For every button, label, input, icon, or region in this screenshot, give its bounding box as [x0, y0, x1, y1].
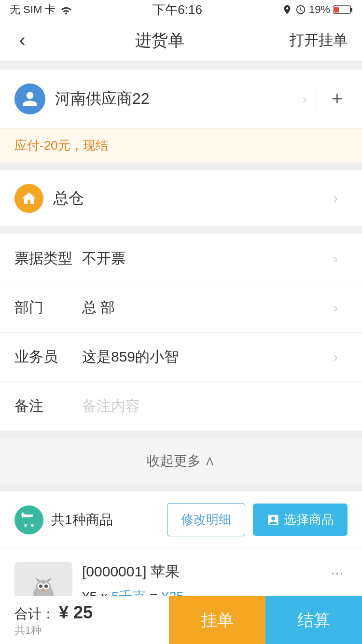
supplier-chevron-icon: ›	[302, 91, 306, 107]
product-name: [0000001] 苹果	[82, 562, 317, 582]
supplier-name: 河南供应商22	[55, 88, 302, 110]
page-title: 进货单	[135, 29, 184, 52]
agent-row[interactable]: 业务员 这是859的小智 ›	[0, 333, 362, 382]
svg-marker-6	[47, 577, 52, 581]
main-content: 河南供应商22 › + 应付-20元，现结 总仓 › 票据类型 不开票 › 部门…	[0, 70, 362, 644]
remark-input[interactable]: 备注内容	[77, 396, 348, 416]
agent-value: 这是859的小智	[77, 347, 334, 367]
warehouse-chevron-icon: ›	[334, 191, 338, 206]
edit-detail-button[interactable]: 修改明细	[167, 503, 245, 536]
form-section: 票据类型 不开票 › 部门 总 部 › 业务员 这是859的小智 › 备注 备注…	[0, 234, 362, 431]
select-product-label: 选择商品	[284, 511, 334, 528]
remark-label: 备注	[14, 396, 77, 416]
person-icon	[21, 90, 39, 108]
product-count: 共1种商品	[51, 511, 159, 529]
svg-marker-5	[35, 577, 40, 581]
home-icon	[21, 190, 37, 207]
dept-row[interactable]: 部门 总 部 ›	[0, 283, 362, 333]
supplier-alert: 应付-20元，现结	[0, 128, 362, 163]
total-section: 合计： ¥ 25 共1种	[0, 596, 169, 644]
supplier-avatar	[14, 84, 45, 114]
status-right: 19%	[282, 3, 352, 16]
agent-label: 业务员	[14, 347, 77, 367]
dept-value: 总 部	[77, 298, 334, 318]
divider	[317, 89, 317, 109]
svg-rect-2	[334, 7, 339, 13]
warehouse-row[interactable]: 总仓 ›	[0, 170, 362, 226]
total-amount: ¥ 25	[59, 602, 93, 623]
svg-rect-1	[350, 8, 352, 12]
status-bar: 无 SIM 卡 下午6:16 19%	[0, 0, 362, 19]
cart-icon	[21, 512, 37, 528]
svg-point-9	[39, 585, 42, 588]
svg-point-10	[44, 585, 48, 588]
settle-button[interactable]: 结算	[265, 596, 362, 644]
warehouse-icon-wrap	[14, 184, 43, 213]
open-hang-button[interactable]: 打开挂单	[290, 30, 348, 50]
invoice-label: 票据类型	[14, 249, 77, 268]
agent-chevron-icon: ›	[334, 350, 338, 365]
collapse-label: 收起更多 ∧	[147, 452, 216, 470]
status-left: 无 SIM 卡	[10, 2, 73, 17]
warehouse-section: 总仓 ›	[0, 170, 362, 226]
battery-label: 19%	[309, 3, 330, 16]
invoice-value: 不开票	[77, 249, 334, 268]
dept-chevron-icon: ›	[334, 300, 338, 316]
select-product-button[interactable]: 选择商品	[253, 504, 348, 536]
sim-label: 无 SIM 卡	[10, 2, 56, 17]
status-time: 下午6:16	[153, 1, 202, 18]
hang-button[interactable]: 挂单	[169, 596, 265, 644]
select-product-icon	[266, 513, 280, 527]
more-options-button[interactable]: ···	[327, 562, 348, 584]
supplier-row[interactable]: 河南供应商22 › +	[0, 70, 362, 128]
total-prefix: 合计：	[14, 605, 55, 623]
invoice-chevron-icon: ›	[334, 251, 338, 266]
remark-row[interactable]: 备注 备注内容	[0, 382, 362, 431]
product-code: [0000001]	[82, 563, 151, 579]
nav-bar: ‹ 进货单 打开挂单	[0, 19, 362, 62]
alarm-icon	[295, 4, 306, 15]
invoice-row[interactable]: 票据类型 不开票 ›	[0, 234, 362, 283]
collapse-row[interactable]: 收起更多 ∧	[0, 438, 362, 484]
product-header: 共1种商品 修改明细 选择商品	[0, 491, 362, 548]
wifi-icon	[59, 5, 73, 14]
product-title: 苹果	[151, 563, 180, 579]
battery-icon	[333, 5, 352, 14]
total-label: 合计： ¥ 25	[14, 602, 154, 623]
bottom-bar: 合计： ¥ 25 共1种 挂单 结算	[0, 596, 362, 644]
total-sub: 共1种	[14, 623, 154, 638]
add-button[interactable]: +	[327, 83, 348, 114]
warehouse-name: 总仓	[53, 188, 334, 209]
supplier-section: 河南供应商22 › + 应付-20元，现结	[0, 70, 362, 163]
back-button[interactable]: ‹	[14, 25, 30, 56]
dept-label: 部门	[14, 298, 77, 318]
product-icon-wrap	[14, 505, 43, 534]
location-icon	[282, 4, 292, 15]
